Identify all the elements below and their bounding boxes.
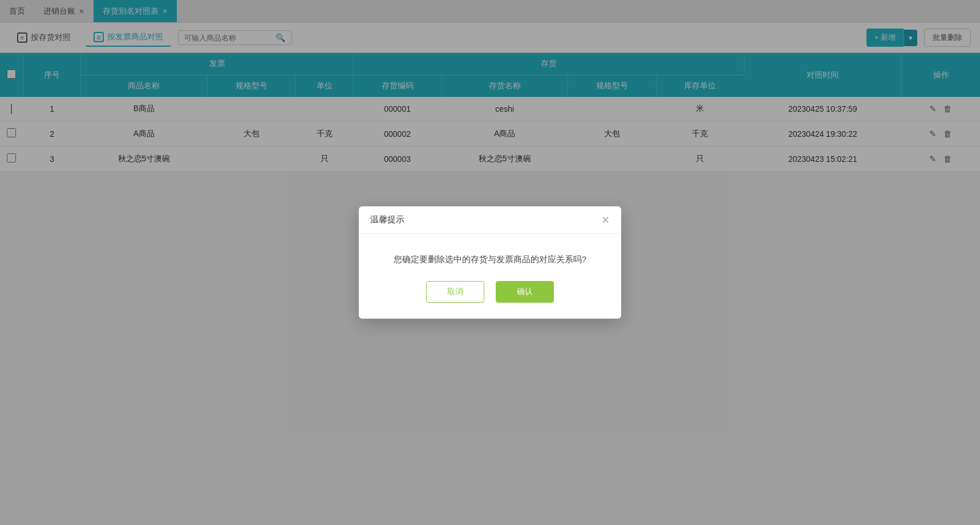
dialog-overlay: 温馨提示 ✕ 您确定要删除选中的存货与发票商品的对应关系吗? 取消 确认 bbox=[0, 0, 980, 172]
